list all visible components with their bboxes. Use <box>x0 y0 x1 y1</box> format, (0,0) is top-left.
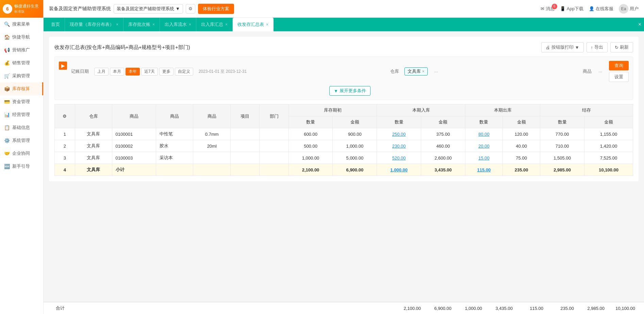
date-7days-btn[interactable]: 近7天 <box>141 68 158 76</box>
row-in-qty[interactable]: 230.00 <box>377 140 421 152</box>
row-in-amt: 460.00 <box>421 140 465 152</box>
subtotal-empty4 <box>260 164 288 176</box>
date-more-btn[interactable]: 更多 <box>159 68 174 76</box>
sidebar-item-search[interactable]: 🔍 搜索菜单 <box>0 18 43 31</box>
sidebar-item-quick-nav[interactable]: 🏠 快捷导航 <box>0 31 43 44</box>
sidebar-item-guide[interactable]: 🆕 新手引导 <box>0 160 43 173</box>
refresh-button[interactable]: ↻ 刷新 <box>610 42 633 52</box>
expand-conditions-button[interactable]: ▼ 展开更多条件 <box>329 86 370 96</box>
subtotal-warehouse: 文具库 <box>75 164 112 176</box>
date-last-month-btn[interactable]: 上月 <box>94 68 109 76</box>
tab-close-icon[interactable]: × <box>266 22 268 27</box>
sidebar-item-label: 销售管理 <box>12 60 30 66</box>
date-this-year-btn[interactable]: 本年 <box>126 68 140 76</box>
tab-inventory-dist[interactable]: 现存量（库存分布表） × <box>65 18 123 31</box>
print-button[interactable]: 🖨 按钮版打印 ▼ <box>541 42 584 52</box>
total-label: 合计 <box>49 305 65 311</box>
tabbar-close-button[interactable]: × <box>638 21 641 28</box>
warehouse-tag: 文具库 × <box>404 67 428 76</box>
sidebar-item-sales[interactable]: 💰 销售管理 <box>0 56 43 69</box>
tab-label: 库存批次账 <box>128 21 150 28</box>
sidebar-item-system[interactable]: ⚙️ 系统管理 <box>0 134 43 147</box>
subtotal-empty2 <box>193 164 231 176</box>
app-logo: 6 <box>3 4 12 14</box>
tab-batch[interactable]: 库存批次账 × <box>123 18 160 31</box>
sidebar-header: 6 畅捷通好生意 标准版 <box>0 0 43 18</box>
subtotal-in-qty[interactable]: 1,000.00 <box>377 164 421 176</box>
export-icon: ↑ <box>591 45 593 50</box>
subtotal-in-amt: 3,435.00 <box>421 164 465 176</box>
row-warehouse: 文具库 <box>75 128 112 140</box>
sidebar-item-label: 基础信息 <box>12 125 30 131</box>
th-warehouse: 仓库 <box>75 104 112 128</box>
sidebar-item-marketing[interactable]: 📢 营销推广 <box>0 44 43 56</box>
filter-toggle-button[interactable]: ▶ <box>59 62 67 70</box>
tab-close-icon[interactable]: × <box>225 22 228 27</box>
system-dropdown[interactable]: 装备及固定资产辅助管理系统 ▼ <box>114 4 183 14</box>
total-opening-qty: 2,100.00 <box>394 306 424 311</box>
table-row: 3 文具库 0100003 采访本 1,000.00 5,000.00 520.… <box>55 152 633 164</box>
row-in-amt: 2,600.00 <box>421 152 465 164</box>
tab-close-icon[interactable]: × <box>116 22 118 27</box>
online-service-label: 在线客服 <box>596 6 613 12</box>
warehouse-more-button[interactable]: ··· <box>433 69 440 74</box>
row-project <box>231 140 260 152</box>
sidebar-item-purchase[interactable]: 🛒 采购管理 <box>0 69 43 82</box>
try-solution-button[interactable]: 体验行业方案 <box>198 4 234 14</box>
subtotal-out-qty[interactable]: 115.00 <box>465 164 502 176</box>
user-menu-button[interactable]: Ea 用户 <box>619 4 639 14</box>
tab-close-icon[interactable]: × <box>152 22 155 27</box>
sidebar-item-inventory[interactable]: 📦 库存核算 <box>0 82 43 95</box>
export-button[interactable]: ↑ 导出 <box>587 42 608 52</box>
warehouse-filter-label: 仓库 <box>390 68 399 75</box>
row-opening-qty: 1,000.00 <box>288 152 333 164</box>
row-balance-amt: 7,525.00 <box>584 152 633 164</box>
content-area: 收发存汇总表(按仓库+商品编码+商品+规格型号+项目+部门) 🖨 按钮版打印 ▼… <box>44 31 644 302</box>
subtotal-balance-qty: 2,985.00 <box>540 164 584 176</box>
row-in-qty[interactable]: 520.00 <box>377 152 421 164</box>
row-out-qty[interactable]: 15.00 <box>465 152 502 164</box>
tab-inout-summary[interactable]: 出入库汇总 × <box>196 18 233 31</box>
th-in-qty: 数量 <box>377 116 421 128</box>
gear-icon: ⚙️ <box>4 138 10 143</box>
date-this-month-btn[interactable]: 本月 <box>110 68 124 76</box>
row-out-qty[interactable]: 20.00 <box>465 140 502 152</box>
tab-inout-flow[interactable]: 出入库流水 × <box>160 18 196 31</box>
row-balance-qty: 710.00 <box>540 140 584 152</box>
warehouse-tag-remove[interactable]: × <box>422 69 425 74</box>
tab-home[interactable]: 首页 <box>46 18 65 31</box>
user-label: 用户 <box>630 6 639 12</box>
sidebar-item-enterprise[interactable]: 🤝 企业协同 <box>0 147 43 160</box>
subtotal-no: 4 <box>55 164 75 176</box>
app-subtitle: 标准版 <box>14 9 39 14</box>
date-custom-btn[interactable]: 自定义 <box>175 68 193 76</box>
date-range-display: 2023-01-01 至 2023-12-31 <box>199 69 247 75</box>
goods-filter-label: 商品 <box>583 68 592 75</box>
sidebar-item-operations[interactable]: 📊 经营管理 <box>0 108 43 121</box>
th-opening: 库存期初 <box>288 104 377 116</box>
app-download-label: App下载 <box>567 6 583 12</box>
column-settings-button[interactable]: 设置 <box>609 72 629 82</box>
row-in-qty[interactable]: 250.00 <box>377 128 421 140</box>
sidebar-item-base-info[interactable]: 📋 基础信息 <box>0 121 43 134</box>
query-button[interactable]: 查询 <box>609 61 629 70</box>
goods-more-button[interactable]: ··· <box>597 69 604 74</box>
page-card: 收发存汇总表(按仓库+商品编码+商品+规格型号+项目+部门) 🖨 按钮版打印 ▼… <box>49 37 639 181</box>
sidebar-item-finance[interactable]: 💳 资金管理 <box>0 95 43 108</box>
tab-label: 首页 <box>51 21 60 28</box>
total-in-amt: 3,435.00 <box>485 306 516 311</box>
online-service-button[interactable]: 👤 在线客服 <box>589 6 613 12</box>
settings-gear-button[interactable]: ⚙ <box>186 4 195 14</box>
chevron-down-icon: ▼ <box>176 6 180 11</box>
tab-receive-summary[interactable]: 收发存汇总表 × <box>233 18 274 31</box>
row-department <box>260 152 288 164</box>
row-warehouse: 文具库 <box>75 140 112 152</box>
row-out-qty[interactable]: 80.00 <box>465 128 502 140</box>
row-warehouse: 文具库 <box>75 152 112 164</box>
row-goods-code: 0100001 <box>112 128 156 140</box>
app-download-button[interactable]: 📱 App下载 <box>560 6 583 12</box>
filter-bar: ▶ 记账日期 上月 本月 本年 近7天 更多 自定义 2023-01-01 至 … <box>54 56 633 100</box>
tab-label: 收发存汇总表 <box>237 21 264 28</box>
tab-close-icon[interactable]: × <box>189 22 191 27</box>
message-button[interactable]: ✉ 消息 6 <box>541 6 555 12</box>
